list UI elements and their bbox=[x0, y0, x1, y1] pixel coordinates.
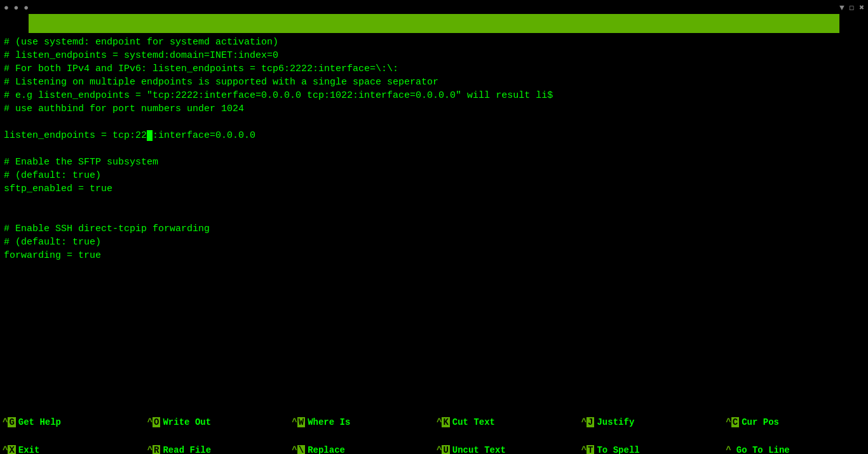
key-caret: ^ bbox=[3, 445, 8, 454]
shortcut-key: ^R bbox=[147, 445, 161, 454]
editor-line bbox=[4, 209, 864, 222]
editor-line bbox=[4, 196, 864, 209]
title-bar: ● ● ● ▼ ◻ ✖ bbox=[0, 0, 868, 14]
key-letter: C bbox=[731, 417, 739, 427]
editor-area[interactable]: # (use systemd: endpoint for systemd act… bbox=[0, 33, 868, 398]
editor-line bbox=[4, 262, 864, 276]
key-letter: U bbox=[442, 445, 449, 454]
line-text: # (default: true) bbox=[4, 170, 101, 181]
shortcut-label: Cut Text bbox=[452, 417, 495, 427]
window-controls-right: ▼ ◻ ✖ bbox=[839, 1, 868, 15]
line-text: # e.g listen_endpoints = "tcp:2222:inter… bbox=[4, 90, 553, 101]
editor-line: # e.g listen_endpoints = "tcp:2222:inter… bbox=[4, 89, 864, 102]
bottom-bar: ^G Get Help ^O Write Out ^W Where Is ^K … bbox=[0, 408, 868, 454]
line-text: listen_endpoints = tcp:22 bbox=[4, 130, 147, 141]
line-text: # Listening on multiple endpoints is sup… bbox=[4, 77, 438, 88]
editor-line: # listen_endpoints = systemd:domain=INET… bbox=[4, 49, 864, 62]
shortcut-label: Justify bbox=[597, 417, 634, 427]
shortcut-label: Get Help bbox=[18, 417, 61, 427]
editor-line: # Enable the SFTP subsystem bbox=[4, 156, 864, 169]
shortcut-item[interactable]: ^W Where Is bbox=[289, 408, 434, 436]
key-letter: G bbox=[8, 417, 15, 427]
shortcut-key: ^\ bbox=[292, 445, 305, 454]
editor-line: sftp_enabled = true bbox=[4, 182, 864, 196]
shortcut-label: Go To Line bbox=[736, 445, 790, 454]
line-text: # listen_endpoints = systemd:domain=INET… bbox=[4, 50, 278, 61]
editor-line: # Enable SSH direct-tcpip forwarding bbox=[4, 222, 864, 236]
editor-line: forwarding = true bbox=[4, 249, 864, 262]
shortcut-key: ^X bbox=[3, 445, 16, 454]
line-text: # (use systemd: endpoint for systemd act… bbox=[4, 37, 278, 48]
line-text: # use authbind for port numbers under 10… bbox=[4, 103, 244, 114]
shortcut-label: Where Is bbox=[308, 417, 350, 427]
editor-line: # For both IPv4 and IPv6: listen_endpoin… bbox=[4, 62, 864, 76]
shortcut-label: Read File bbox=[163, 445, 211, 454]
shortcut-key: ^C bbox=[726, 417, 739, 427]
key-letter: K bbox=[442, 417, 449, 427]
shortcut-key: ^ bbox=[726, 445, 733, 454]
line-text: # Enable the SFTP subsystem bbox=[4, 157, 158, 168]
editor-line: # Listening on multiple endpoints is sup… bbox=[4, 76, 864, 89]
shortcut-item[interactable]: ^R Read File bbox=[145, 436, 290, 454]
line-text: # Enable SSH direct-tcpip forwarding bbox=[4, 224, 210, 234]
shortcut-item[interactable]: ^X Exit bbox=[0, 436, 145, 454]
shortcut-key: ^W bbox=[292, 417, 305, 427]
shortcut-key: ^T bbox=[581, 445, 595, 454]
nano-header bbox=[29, 14, 839, 33]
line-text: forwarding = true bbox=[4, 250, 101, 261]
shortcut-label: Write Out bbox=[163, 417, 211, 427]
editor-line: listen_endpoints = tcp:22 :interface=0.0… bbox=[4, 129, 864, 142]
shortcut-label: Uncut Text bbox=[452, 445, 506, 454]
shortcut-label: Replace bbox=[308, 445, 345, 454]
editor-line bbox=[4, 142, 864, 156]
key-letter: O bbox=[153, 417, 160, 427]
shortcut-key: ^K bbox=[437, 417, 450, 427]
key-caret: ^ bbox=[726, 445, 731, 454]
line-text: # For both IPv4 and IPv6: listen_endpoin… bbox=[4, 63, 398, 74]
shortcut-item[interactable]: ^O Write Out bbox=[145, 408, 290, 436]
line-text: sftp_enabled = true bbox=[4, 184, 112, 194]
key-caret: ^ bbox=[437, 417, 442, 427]
key-caret: ^ bbox=[581, 445, 587, 454]
shortcut-label: To Spell bbox=[597, 445, 639, 454]
editor-line: # (default: true) bbox=[4, 169, 864, 182]
editor-line: # (use systemd: endpoint for systemd act… bbox=[4, 36, 864, 49]
key-letter: X bbox=[8, 445, 15, 454]
shortcut-key: ^G bbox=[3, 417, 16, 427]
editor-line bbox=[4, 116, 864, 129]
key-caret: ^ bbox=[581, 417, 587, 427]
shortcut-label: Cur Pos bbox=[742, 417, 779, 427]
key-caret: ^ bbox=[3, 417, 8, 427]
key-caret: ^ bbox=[147, 417, 153, 427]
key-caret: ^ bbox=[726, 417, 731, 427]
key-caret: ^ bbox=[292, 445, 297, 454]
shortcut-item[interactable]: ^T To Spell bbox=[579, 436, 724, 454]
shortcut-item[interactable]: ^C Cur Pos bbox=[723, 408, 868, 436]
window-controls-left: ● ● ● bbox=[0, 1, 29, 15]
key-letter: \ bbox=[297, 445, 305, 454]
editor-line: # use authbind for port numbers under 10… bbox=[4, 102, 864, 116]
cursor bbox=[147, 130, 153, 141]
key-letter: T bbox=[587, 445, 594, 454]
shortcut-item[interactable]: ^U Uncut Text bbox=[434, 436, 579, 454]
shortcut-item[interactable]: ^J Justify bbox=[579, 408, 724, 436]
status-area bbox=[0, 398, 868, 408]
key-letter: J bbox=[587, 417, 594, 427]
editor-line: # (default: true) bbox=[4, 236, 864, 249]
key-caret: ^ bbox=[437, 445, 442, 454]
shortcut-item[interactable]: ^K Cut Text bbox=[434, 408, 579, 436]
key-caret: ^ bbox=[147, 445, 153, 454]
shortcut-item[interactable]: ^\ Replace bbox=[289, 436, 434, 454]
shortcut-label: Exit bbox=[18, 445, 40, 454]
line-text: # (default: true) bbox=[4, 237, 101, 248]
key-caret: ^ bbox=[292, 417, 297, 427]
shortcut-key: ^U bbox=[437, 445, 450, 454]
shortcut-key: ^J bbox=[581, 417, 595, 427]
key-letter: R bbox=[153, 445, 160, 454]
shortcut-item[interactable]: ^ Go To Line bbox=[723, 436, 868, 454]
shortcut-item[interactable]: ^G Get Help bbox=[0, 408, 145, 436]
shortcut-key: ^O bbox=[147, 417, 161, 427]
key-letter: W bbox=[297, 417, 305, 427]
line-text-after: :interface=0.0.0.0 bbox=[153, 130, 255, 141]
